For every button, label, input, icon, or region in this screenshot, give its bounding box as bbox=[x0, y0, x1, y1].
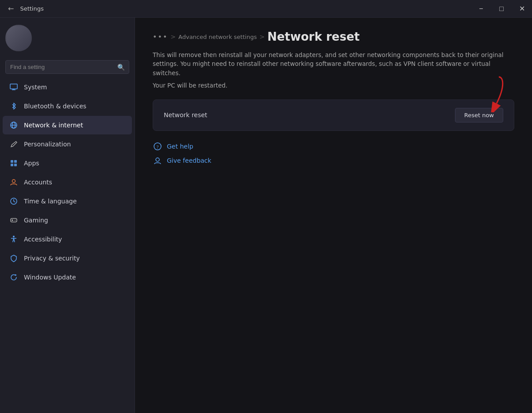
get-help-label: Get help bbox=[167, 143, 193, 150]
sidebar-item-label-accessibility: Accessibility bbox=[24, 236, 62, 243]
svg-rect-7 bbox=[14, 160, 17, 163]
give-feedback-icon bbox=[153, 156, 162, 165]
breadcrumb-parent[interactable]: Advanced network settings bbox=[178, 34, 257, 40]
network-icon bbox=[9, 120, 19, 130]
titlebar-controls: − □ ✕ bbox=[471, 0, 532, 18]
sidebar-item-label-system: System bbox=[24, 84, 47, 91]
svg-rect-6 bbox=[11, 160, 13, 163]
search-box: 🔍 bbox=[5, 60, 129, 74]
titlebar-title: Settings bbox=[20, 5, 43, 12]
sidebar-item-privacy[interactable]: Privacy & security bbox=[3, 249, 132, 268]
sidebar-item-update[interactable]: Windows Update bbox=[3, 268, 132, 287]
avatar bbox=[5, 25, 32, 51]
breadcrumb-dots: ••• bbox=[153, 33, 168, 41]
arrow-container: Network reset Reset now bbox=[153, 99, 514, 131]
main-content: ••• > Advanced network settings > Networ… bbox=[135, 18, 532, 413]
sidebar-item-label-time: Time & language bbox=[24, 198, 77, 205]
sidebar-item-apps[interactable]: Apps bbox=[3, 154, 132, 172]
gaming-icon bbox=[9, 215, 19, 225]
give-feedback-label: Give feedback bbox=[167, 157, 211, 164]
sidebar-item-label-gaming: Gaming bbox=[24, 217, 48, 224]
page-title: Network reset bbox=[267, 30, 360, 43]
svg-rect-8 bbox=[11, 164, 13, 166]
svg-rect-9 bbox=[14, 164, 17, 166]
sidebar: 🔍 SystemBluetooth & devicesNetwork & int… bbox=[0, 18, 135, 413]
sidebar-nav: SystemBluetooth & devicesNetwork & inter… bbox=[0, 77, 135, 287]
search-icon[interactable]: 🔍 bbox=[116, 63, 126, 72]
sidebar-item-label-accounts: Accounts bbox=[24, 179, 52, 186]
accounts-icon bbox=[9, 177, 19, 187]
sidebar-item-personalization[interactable]: Personalization bbox=[3, 135, 132, 153]
sidebar-item-time[interactable]: Time & language bbox=[3, 192, 132, 210]
breadcrumb-sep2: > bbox=[259, 33, 265, 40]
breadcrumb: ••• > Advanced network settings > Networ… bbox=[153, 30, 514, 43]
sidebar-item-label-network: Network & internet bbox=[24, 122, 83, 129]
sidebar-item-accounts[interactable]: Accounts bbox=[3, 173, 132, 191]
restart-notice: Your PC will be restarted. bbox=[153, 82, 514, 89]
svg-point-16 bbox=[13, 236, 15, 237]
personalization-icon bbox=[9, 139, 19, 149]
svg-marker-17 bbox=[15, 274, 17, 276]
minimize-button[interactable]: − bbox=[471, 0, 491, 18]
profile-section bbox=[0, 18, 135, 58]
svg-text:?: ? bbox=[157, 144, 159, 149]
sidebar-item-label-update: Windows Update bbox=[24, 274, 76, 281]
reset-now-button[interactable]: Reset now bbox=[455, 108, 503, 122]
bluetooth-icon bbox=[9, 101, 19, 111]
breadcrumb-sep1: > bbox=[170, 33, 176, 40]
sidebar-item-system[interactable]: System bbox=[3, 78, 132, 96]
apps-icon bbox=[9, 158, 19, 168]
svg-point-10 bbox=[12, 180, 15, 183]
sidebar-item-label-apps: Apps bbox=[24, 160, 39, 167]
titlebar-left: ← Settings bbox=[5, 3, 44, 15]
get-help-icon: ? bbox=[153, 141, 162, 151]
sidebar-item-bluetooth[interactable]: Bluetooth & devices bbox=[3, 97, 132, 115]
update-icon bbox=[9, 272, 19, 282]
system-icon bbox=[9, 82, 19, 92]
sidebar-item-accessibility[interactable]: Accessibility bbox=[3, 230, 132, 249]
description-text: This will remove then reinstall all your… bbox=[153, 50, 514, 77]
sidebar-item-label-personalization: Personalization bbox=[24, 141, 71, 148]
svg-point-15 bbox=[15, 220, 15, 221]
search-input[interactable] bbox=[5, 60, 129, 74]
network-reset-card: Network reset Reset now bbox=[153, 99, 514, 131]
sidebar-item-network[interactable]: Network & internet bbox=[3, 116, 132, 134]
svg-rect-0 bbox=[10, 84, 17, 89]
sidebar-item-gaming[interactable]: Gaming bbox=[3, 211, 132, 229]
maximize-button[interactable]: □ bbox=[491, 0, 512, 18]
reset-card-label: Network reset bbox=[164, 111, 207, 119]
privacy-icon bbox=[9, 253, 19, 263]
get-help-link[interactable]: ? Get help bbox=[153, 141, 514, 151]
sidebar-item-label-bluetooth: Bluetooth & devices bbox=[24, 103, 86, 110]
give-feedback-link[interactable]: Give feedback bbox=[153, 156, 514, 165]
titlebar: ← Settings − □ ✕ bbox=[0, 0, 532, 18]
svg-point-21 bbox=[156, 158, 159, 161]
app-container: 🔍 SystemBluetooth & devicesNetwork & int… bbox=[0, 18, 532, 413]
back-icon[interactable]: ← bbox=[5, 3, 16, 15]
sidebar-item-label-privacy: Privacy & security bbox=[24, 255, 80, 262]
accessibility-icon bbox=[9, 234, 19, 244]
help-links: ? Get help Give feedback bbox=[153, 141, 514, 165]
time-icon bbox=[9, 196, 19, 206]
close-button[interactable]: ✕ bbox=[512, 0, 532, 18]
